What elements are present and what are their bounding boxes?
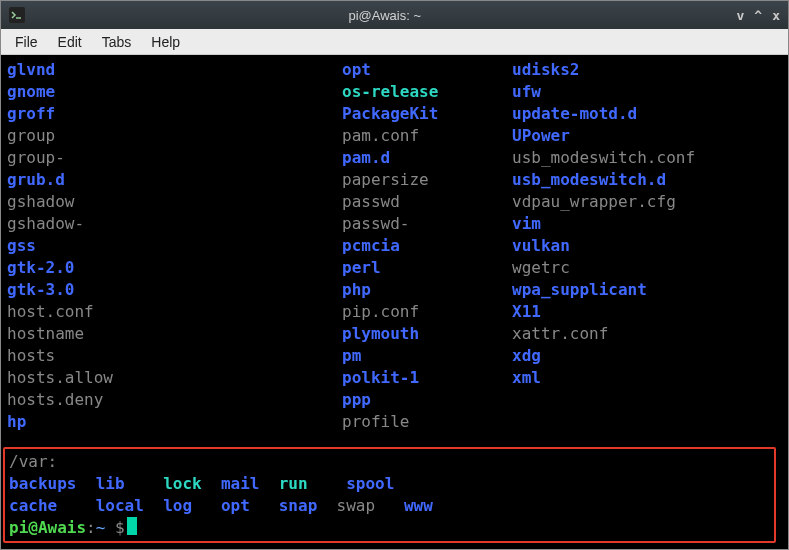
fs-entry: hosts: [7, 346, 55, 365]
fs-entry: xml: [512, 368, 541, 387]
menu-help[interactable]: Help: [141, 31, 190, 53]
prompt-line: pi@Awais:~ $: [9, 517, 770, 539]
fs-entry: php: [342, 280, 371, 299]
fs-entry: passwd: [342, 192, 400, 211]
svg-rect-0: [9, 7, 25, 23]
fs-entry: hosts.allow: [7, 368, 113, 387]
fs-entry: glvnd: [7, 60, 55, 79]
fs-entry: xattr.conf: [512, 324, 608, 343]
fs-entry: opt: [221, 496, 279, 515]
fs-entry: os-release: [342, 82, 438, 101]
terminal-icon: [9, 7, 25, 23]
fs-entry: profile: [342, 412, 409, 431]
fs-entry: www: [404, 496, 443, 515]
fs-entry: opt: [342, 60, 371, 79]
fs-entry: update-motd.d: [512, 104, 637, 123]
fs-entry: vulkan: [512, 236, 570, 255]
close-button[interactable]: x: [772, 8, 780, 23]
var-row-1: backups lib lock mail run spool: [9, 473, 770, 495]
fs-entry: perl: [342, 258, 381, 277]
fs-entry: passwd-: [342, 214, 409, 233]
fs-entry: log: [163, 496, 221, 515]
fs-entry: group: [7, 126, 55, 145]
fs-entry: grub.d: [7, 170, 65, 189]
prompt-dollar: $: [105, 518, 124, 537]
fs-entry: plymouth: [342, 324, 419, 343]
fs-entry: gss: [7, 236, 36, 255]
fs-entry: gshadow-: [7, 214, 84, 233]
fs-entry: xdg: [512, 346, 541, 365]
fs-entry: polkit-1: [342, 368, 419, 387]
highlight-box: /var: backups lib lock mail run spool ca…: [3, 447, 776, 543]
window-title: pi@Awais: ~: [33, 8, 737, 23]
fs-entry: run: [279, 474, 346, 493]
fs-entry: papersize: [342, 170, 429, 189]
fs-entry: UPower: [512, 126, 570, 145]
fs-entry: local: [96, 496, 163, 515]
fs-entry: gnome: [7, 82, 55, 101]
var-header: /var:: [9, 451, 770, 473]
fs-entry: vim: [512, 214, 541, 233]
fs-entry: pm: [342, 346, 361, 365]
fs-entry: vdpau_wrapper.cfg: [512, 192, 676, 211]
menu-edit[interactable]: Edit: [48, 31, 92, 53]
fs-entry: group-: [7, 148, 65, 167]
fs-entry: hp: [7, 412, 26, 431]
menubar: File Edit Tabs Help: [1, 29, 788, 55]
fs-entry: swap: [337, 496, 404, 515]
fs-entry: gtk-2.0: [7, 258, 74, 277]
fs-entry: hostname: [7, 324, 84, 343]
fs-entry: usb_modeswitch.d: [512, 170, 666, 189]
fs-entry: ufw: [512, 82, 541, 101]
ls-output: glvnd gnome groff group group- grub.d gs…: [7, 59, 782, 433]
prompt-user: pi@Awais: [9, 518, 86, 537]
minimize-button[interactable]: v: [737, 8, 745, 23]
menu-file[interactable]: File: [5, 31, 48, 53]
fs-entry: ppp: [342, 390, 371, 409]
fs-entry: groff: [7, 104, 55, 123]
fs-entry: PackageKit: [342, 104, 438, 123]
fs-entry: wpa_supplicant: [512, 280, 647, 299]
fs-entry: pip.conf: [342, 302, 419, 321]
terminal-area[interactable]: glvnd gnome groff group group- grub.d gs…: [1, 55, 788, 549]
maximize-button[interactable]: ^: [754, 8, 762, 23]
fs-entry: pam.conf: [342, 126, 419, 145]
fs-entry: backups: [9, 474, 96, 493]
fs-entry: hosts.deny: [7, 390, 103, 409]
fs-entry: spool: [346, 474, 404, 493]
fs-entry: mail: [221, 474, 279, 493]
fs-entry: usb_modeswitch.conf: [512, 148, 695, 167]
fs-entry: pam.d: [342, 148, 390, 167]
fs-entry: snap: [279, 496, 337, 515]
prompt-colon: :: [86, 518, 96, 537]
terminal-window: pi@Awais: ~ v ^ x File Edit Tabs Help gl…: [0, 0, 789, 550]
prompt-path: ~: [96, 518, 106, 537]
fs-entry: host.conf: [7, 302, 94, 321]
fs-entry: pcmcia: [342, 236, 400, 255]
var-row-2: cache local log opt snap swap www: [9, 495, 770, 517]
menu-tabs[interactable]: Tabs: [92, 31, 142, 53]
fs-entry: lock: [163, 474, 221, 493]
titlebar[interactable]: pi@Awais: ~ v ^ x: [1, 1, 788, 29]
fs-entry: udisks2: [512, 60, 579, 79]
fs-entry: lib: [96, 474, 163, 493]
fs-entry: gtk-3.0: [7, 280, 74, 299]
cursor: [127, 517, 137, 535]
fs-entry: gshadow: [7, 192, 74, 211]
fs-entry: wgetrc: [512, 258, 570, 277]
fs-entry: cache: [9, 496, 96, 515]
fs-entry: X11: [512, 302, 541, 321]
